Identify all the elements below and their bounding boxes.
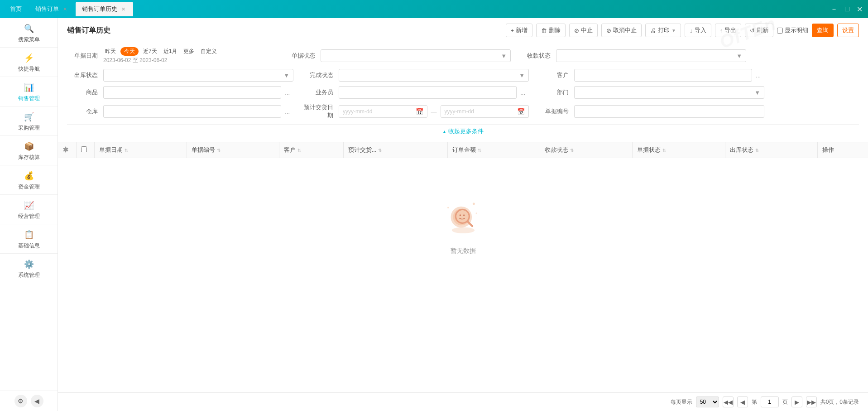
main-layout: 🔍 搜索菜单 ⚡ 快捷导航 📊 销售管理 🛒 采购管理 📦 库存核算 💰 资金管… xyxy=(0,18,868,411)
th-bill-status[interactable]: 单据状态 ⇅ xyxy=(633,142,725,158)
completion-control[interactable]: ▼ xyxy=(339,69,529,82)
sidebar-collapse-icon[interactable]: ◀ xyxy=(31,395,43,407)
sidebar-item-inventory[interactable]: 📦 库存核算 xyxy=(0,136,58,165)
completion-select[interactable]: ▼ xyxy=(339,69,529,82)
th-settings[interactable] xyxy=(58,142,76,158)
date-1month[interactable]: 近1月 xyxy=(162,47,179,56)
payment-status-arrow-icon: ▼ xyxy=(736,53,742,59)
tab-sales-order-history-label: 销售订单历史 xyxy=(82,5,117,13)
close-button[interactable]: ✕ xyxy=(855,3,864,15)
tab-sales-order-history[interactable]: 销售订单历史 ✕ xyxy=(76,2,133,16)
sidebar-item-system-mgmt[interactable]: ⚙️ 系统管理 xyxy=(0,254,58,283)
sidebar-settings-icon[interactable]: ⚙ xyxy=(14,395,27,407)
last-page-button[interactable]: ▶▶ xyxy=(806,396,817,407)
date-custom[interactable]: 自定义 xyxy=(199,47,219,56)
collapse-row[interactable]: ▲ 收起更多条件 xyxy=(67,124,859,138)
sidebar-item-operations[interactable]: 📈 经营管理 xyxy=(0,195,58,224)
per-page-select[interactable]: 50 10 20 100 xyxy=(696,396,719,407)
stop-label: 中止 xyxy=(581,26,593,34)
th-delivery-date[interactable]: 预计交货... ⇅ xyxy=(343,142,447,158)
bill-status-select[interactable]: ▼ xyxy=(321,49,511,62)
import-icon: ↓ xyxy=(690,27,693,34)
goods-control[interactable]: ... xyxy=(103,86,293,99)
sidebar-item-sales-mgmt[interactable]: 📊 销售管理 xyxy=(0,77,58,106)
salesperson-dots[interactable]: ... xyxy=(517,89,529,96)
payment-status-select[interactable]: ▼ xyxy=(556,49,746,62)
date-yesterday[interactable]: 昨天 xyxy=(103,47,118,56)
tab-sales-order-history-close[interactable]: ✕ xyxy=(120,6,127,13)
sidebar-item-finance[interactable]: 💰 资金管理 xyxy=(0,165,58,195)
delivery-date-to[interactable]: yyyy-mm-dd xyxy=(445,108,474,115)
new-button[interactable]: + 新增 xyxy=(506,24,533,37)
calendar-to-icon[interactable]: 📅 xyxy=(517,108,525,115)
sidebar-item-quick-nav[interactable]: ⚡ 快捷导航 xyxy=(0,48,58,77)
purchase-mgmt-icon: 🛒 xyxy=(24,112,34,122)
print-arrow-icon: ▼ xyxy=(671,28,676,33)
first-page-button[interactable]: ◀◀ xyxy=(723,396,734,407)
cancel-stop-button[interactable]: ⊘ 取消中止 xyxy=(601,24,642,37)
tab-home[interactable]: 首页 xyxy=(4,2,28,16)
next-page-button[interactable]: ▶ xyxy=(791,396,802,407)
sidebar-item-search-menu[interactable]: 🔍 搜索菜单 xyxy=(0,18,58,48)
svg-point-8 xyxy=(472,203,475,205)
dept-select[interactable]: ▼ xyxy=(574,86,764,99)
payment-status-control[interactable]: ▼ xyxy=(556,49,746,62)
query-label: 查询 xyxy=(817,26,829,34)
th-bill-no[interactable]: 单据编号 ⇅ xyxy=(187,142,279,158)
sidebar-item-base-info[interactable]: 📋 基础信息 xyxy=(0,224,58,254)
salesperson-input[interactable] xyxy=(339,86,517,99)
tab-sales-order-close[interactable]: ✕ xyxy=(62,6,68,13)
display-detail-checkbox[interactable] xyxy=(777,28,783,34)
warehouse-out-control[interactable]: ▼ xyxy=(103,69,293,82)
query-button[interactable]: 查询 xyxy=(812,24,834,37)
bill-no-input[interactable] xyxy=(574,105,764,118)
maximize-button[interactable]: □ xyxy=(843,3,851,15)
th-payment-status[interactable]: 收款状态 ⇅ xyxy=(540,142,633,158)
calendar-from-icon[interactable]: 📅 xyxy=(416,108,423,115)
warehouse-control[interactable]: ... xyxy=(103,105,293,118)
settings-button[interactable]: 设置 xyxy=(837,24,859,37)
th-checkbox[interactable] xyxy=(76,142,94,158)
tab-sales-order[interactable]: 销售订单 ✕ xyxy=(29,2,75,16)
th-bill-date-label: 单据日期 xyxy=(99,146,123,154)
th-order-amount[interactable]: 订单金额 ⇅ xyxy=(447,142,540,158)
date-7days[interactable]: 近7天 xyxy=(141,47,159,56)
import-button[interactable]: ↓ 导入 xyxy=(685,24,711,37)
delivery-date-from[interactable]: yyyy-mm-dd xyxy=(343,108,372,115)
date-today[interactable]: 今天 xyxy=(120,47,139,56)
print-button[interactable]: 🖨 打印 ▼ xyxy=(645,24,681,37)
refresh-button[interactable]: ↺ 刷新 xyxy=(745,24,773,37)
sidebar-item-system-mgmt-label: 系统管理 xyxy=(18,271,40,279)
sidebar-item-inventory-label: 库存核算 xyxy=(18,154,40,161)
minimize-button[interactable]: － xyxy=(829,3,839,16)
dept-control[interactable]: ▼ xyxy=(574,86,764,99)
th-bill-date[interactable]: 单据日期 ⇅ xyxy=(94,142,187,158)
delete-button[interactable]: 🗑 删除 xyxy=(536,24,566,37)
sidebar: 🔍 搜索菜单 ⚡ 快捷导航 📊 销售管理 🛒 采购管理 📦 库存核算 💰 资金管… xyxy=(0,18,58,411)
prev-page-button[interactable]: ◀ xyxy=(737,396,748,407)
goods-dots[interactable]: ... xyxy=(281,89,293,96)
warehouse-out-select[interactable]: ▼ xyxy=(103,69,293,82)
operations-icon: 📈 xyxy=(24,200,34,210)
customer-dots[interactable]: ... xyxy=(752,72,764,79)
sort-bill-date-icon: ⇅ xyxy=(125,148,128,153)
goods-input[interactable] xyxy=(103,86,281,99)
date-more[interactable]: 更多 xyxy=(182,47,196,56)
th-customer[interactable]: 客户 ⇅ xyxy=(279,142,343,158)
page-input[interactable] xyxy=(761,396,779,407)
warehouse-input[interactable] xyxy=(103,105,281,118)
select-all-checkbox[interactable] xyxy=(81,146,87,152)
th-warehouse-status[interactable]: 出库状态 ⇅ xyxy=(725,142,817,158)
tab-sales-order-label: 销售订单 xyxy=(35,5,59,13)
export-button[interactable]: ↑ 导出 xyxy=(715,24,742,37)
display-detail-check[interactable]: 显示明细 xyxy=(777,26,808,34)
th-order-amount-label: 订单金额 xyxy=(452,146,476,154)
customer-input[interactable] xyxy=(574,69,752,82)
sidebar-item-purchase-mgmt[interactable]: 🛒 采购管理 xyxy=(0,106,58,136)
bill-no-control[interactable] xyxy=(574,105,764,118)
salesperson-control[interactable]: ... xyxy=(339,86,529,99)
bill-status-control[interactable]: ▼ xyxy=(321,49,511,62)
customer-control[interactable]: ... xyxy=(574,69,764,82)
warehouse-dots[interactable]: ... xyxy=(281,108,293,115)
stop-button[interactable]: ⊘ 中止 xyxy=(569,24,598,37)
